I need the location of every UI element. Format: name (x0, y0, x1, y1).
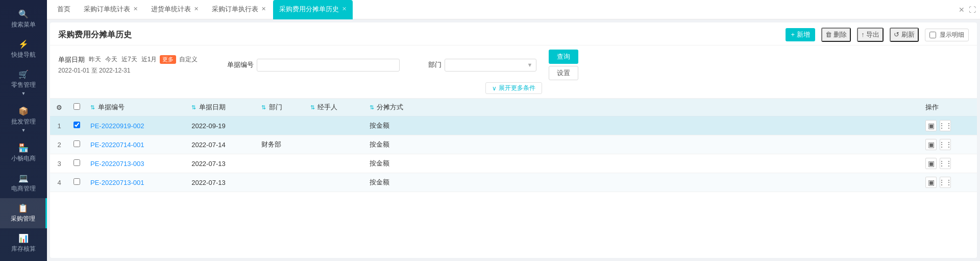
search-button[interactable]: 查询 (549, 50, 578, 64)
doc-num-link-4[interactable]: PE-20220713-001 (90, 179, 144, 186)
sidebar-item-quick-nav[interactable]: ⚡ 快捷导航 (0, 34, 47, 64)
sort-icon-doc-num[interactable]: ⇅ (90, 104, 95, 110)
toolbar: + 新增 🗑 删除 ↑ 导出 ↺ 刷新 显示明细 (786, 28, 969, 42)
row-view-icon-3[interactable]: ▣ (925, 158, 937, 169)
sidebar-item-label: 采购管理 (11, 215, 35, 223)
row-select-checkbox-1[interactable] (74, 122, 80, 128)
row-more-icon-2[interactable]: ⋮⋮ (940, 139, 951, 150)
settings-icon[interactable]: ⚙ (56, 104, 62, 111)
sidebar-item-mini-shop[interactable]: 🏪 小畅电商 (0, 138, 47, 168)
row-checkbox-4[interactable] (68, 173, 85, 192)
col-doc-date: ⇅ 单据日期 (186, 99, 256, 116)
dept-input[interactable] (445, 59, 536, 72)
expand-more-btn[interactable]: ∨ 展开更多条件 (485, 82, 542, 94)
sidebar-item-ecommerce[interactable]: 💻 电商管理 (0, 168, 47, 198)
row-checkbox-2[interactable] (68, 135, 85, 154)
row-num-4: 4 (50, 173, 68, 192)
tab-home[interactable]: 首页 (51, 0, 77, 19)
col-checkbox[interactable] (68, 99, 85, 116)
page-title: 采购费用分摊单历史 (58, 30, 132, 40)
sort-icon-doc-date[interactable]: ⇅ (191, 104, 196, 110)
sort-icon-handler[interactable]: ⇅ (310, 104, 315, 110)
col-actions: 操作 (920, 99, 977, 116)
tab-bar: 首页 采购订单统计表 ✕ 进货单统计表 ✕ 采购订单执行表 ✕ 采购费用分摊单历… (47, 0, 980, 19)
sidebar-item-finance[interactable]: 💰 资金管理 (0, 258, 47, 261)
shortcut-1month[interactable]: 近1月 (140, 55, 158, 64)
row-view-icon-1[interactable]: ▣ (925, 120, 937, 131)
filter-settings-button[interactable]: 设置 (549, 66, 578, 80)
chevron-down-icon2: ∨ (492, 85, 497, 92)
doc-num-link-2[interactable]: PE-20220714-001 (90, 141, 144, 149)
show-cols-label: 显示明细 (940, 31, 964, 39)
filter-action-buttons: 查询 设置 (549, 50, 578, 80)
inventory-icon: 📊 (18, 233, 29, 243)
sidebar-item-search[interactable]: 🔍 搜索菜单 (0, 4, 47, 34)
close-tab-purchase-cost-history[interactable]: ✕ (342, 6, 347, 12)
delete-button[interactable]: 🗑 删除 (821, 28, 851, 42)
row-doc-num-3: PE-20220713-003 (85, 154, 186, 173)
row-dept-1 (256, 116, 305, 135)
row-view-icon-4[interactable]: ▣ (925, 177, 937, 188)
content-card: 采购费用分摊单历史 + 新增 🗑 删除 ↑ 导出 ↺ 刷新 显示明细 单据日期 (50, 22, 977, 258)
row-alloc-method-3: 按金额 (364, 154, 921, 173)
shortcut-more[interactable]: 更多 (160, 55, 176, 64)
row-actions-3: ▣ ⋮⋮ (920, 154, 977, 173)
row-actions-4: ▣ ⋮⋮ (920, 173, 977, 192)
refresh-button[interactable]: ↺ 刷新 (890, 28, 919, 42)
shortcut-yesterday[interactable]: 昨天 (88, 55, 102, 64)
main-area: 首页 采购订单统计表 ✕ 进货单统计表 ✕ 采购订单执行表 ✕ 采购费用分摊单历… (47, 0, 980, 261)
tab-purchase-cost-history[interactable]: 采购费用分摊单历史 ✕ (273, 0, 353, 19)
row-alloc-method-4: 按金额 (364, 173, 921, 192)
row-checkbox-1[interactable] (68, 116, 85, 135)
sidebar-item-purchase[interactable]: 📋 采购管理 (0, 198, 47, 228)
sidebar-item-label: 零售管理 (11, 81, 36, 89)
dept-filter: 部门 ▼ (428, 59, 536, 72)
row-more-icon-1[interactable]: ⋮⋮ (940, 120, 951, 131)
row-select-checkbox-3[interactable] (74, 159, 80, 166)
row-dept-2: 财务部 (256, 135, 305, 154)
tab-purchase-order-stats[interactable]: 采购订单统计表 ✕ (78, 0, 144, 19)
close-all-tabs-icon[interactable]: ✕ (959, 6, 965, 14)
sidebar-item-wholesale[interactable]: 📦 批发管理 ▼ (0, 101, 47, 138)
shortcut-custom[interactable]: 自定义 (178, 55, 199, 64)
col-settings[interactable]: ⚙ (50, 99, 68, 116)
export-button[interactable]: ↑ 导出 (857, 28, 884, 42)
show-cols-toggle[interactable]: 显示明细 (925, 29, 969, 41)
filter-area: 单据日期 昨天 今天 近7天 近1月 更多 自定义 2022-01-01 至 2… (50, 45, 977, 99)
shortcut-today[interactable]: 今天 (104, 55, 118, 64)
ecommerce-icon: 💻 (18, 173, 29, 183)
row-select-checkbox-4[interactable] (74, 178, 80, 185)
sidebar-item-retail[interactable]: 🛒 零售管理 ▼ (0, 64, 47, 101)
close-tab-purchase-order-exec[interactable]: ✕ (261, 6, 266, 12)
close-tab-purchase-order-stats[interactable]: ✕ (133, 6, 138, 12)
row-checkbox-3[interactable] (68, 154, 85, 173)
sort-icon-alloc[interactable]: ⇅ (370, 104, 374, 110)
show-cols-checkbox[interactable] (929, 32, 936, 38)
sidebar-item-inventory[interactable]: 📊 库存核算 (0, 228, 47, 258)
col-handler: ⇅ 经手人 (305, 99, 364, 116)
row-select-checkbox-2[interactable] (74, 140, 80, 147)
doc-num-link-3[interactable]: PE-20220713-003 (90, 160, 144, 168)
row-more-icon-4[interactable]: ⋮⋮ (940, 177, 951, 188)
sidebar-item-label: 批发管理 (11, 117, 36, 126)
row-more-icon-3[interactable]: ⋮⋮ (940, 158, 951, 169)
doc-num-input[interactable] (257, 59, 400, 72)
row-alloc-method-1: 按金额 (364, 116, 921, 135)
close-tab-inbound-stats[interactable]: ✕ (194, 6, 199, 12)
row-handler-3 (305, 154, 364, 173)
expand-row: ∨ 展开更多条件 (58, 82, 969, 94)
sidebar-item-label: 库存核算 (11, 245, 36, 253)
tab-inbound-stats[interactable]: 进货单统计表 ✕ (145, 0, 205, 19)
row-view-icon-2[interactable]: ▣ (925, 139, 937, 150)
shortcut-7days[interactable]: 近7天 (120, 55, 138, 64)
table-area: ⚙ ⇅ 单据编号 ⇅ 单据日期 (50, 99, 977, 258)
sort-icon-dept[interactable]: ⇅ (261, 104, 266, 110)
add-button[interactable]: + 新增 (786, 28, 815, 41)
tab-purchase-order-exec[interactable]: 采购订单执行表 ✕ (206, 0, 272, 19)
wholesale-icon: 📦 (18, 106, 29, 116)
doc-num-link-1[interactable]: PE-20220919-002 (90, 122, 144, 130)
sidebar-item-label: 搜索菜单 (11, 20, 36, 29)
quick-nav-icon: ⚡ (18, 39, 29, 49)
select-all-checkbox[interactable] (74, 103, 80, 110)
maximize-icon[interactable]: ⛶ (969, 6, 976, 14)
